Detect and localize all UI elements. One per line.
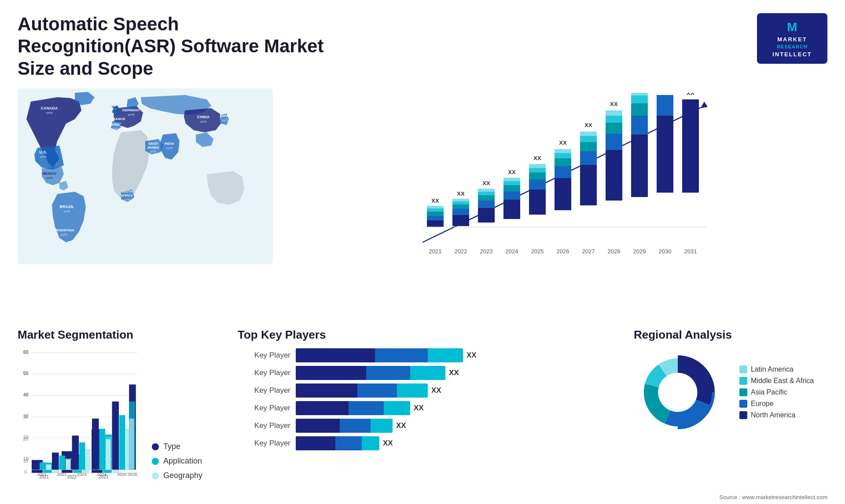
europe-label: Europe	[751, 400, 774, 408]
legend-geography: Geography	[152, 471, 202, 480]
legend-application: Application	[152, 457, 202, 466]
svg-rect-161	[112, 402, 119, 470]
svg-rect-50	[478, 201, 495, 208]
svg-rect-99	[657, 95, 673, 116]
player-row-2: Key Player XX	[238, 366, 616, 380]
svg-text:2029: 2029	[633, 248, 646, 255]
svg-rect-73	[555, 153, 571, 158]
bar-seg1	[296, 419, 340, 433]
svg-text:ITALY: ITALY	[124, 127, 133, 131]
svg-rect-95	[631, 93, 648, 95]
player-xx-2: XX	[449, 369, 459, 377]
player-bar-6	[296, 436, 379, 450]
svg-rect-45	[452, 201, 469, 205]
svg-text:60: 60	[23, 350, 29, 355]
svg-rect-74	[555, 149, 571, 153]
player-bar-wrap-1: XX	[296, 348, 616, 362]
donut-legend: Latin America Middle East & Africa Asia …	[739, 365, 814, 419]
svg-rect-72	[555, 158, 571, 166]
svg-text:xx%: xx%	[166, 146, 173, 150]
svg-rect-57	[503, 191, 520, 200]
svg-rect-43	[452, 209, 469, 215]
svg-text:2024: 2024	[506, 248, 518, 255]
middle-east-color	[739, 377, 747, 385]
player-row-6: Key Player XX	[238, 436, 616, 450]
bar-seg2	[375, 348, 428, 362]
player-bar-4	[296, 401, 410, 415]
svg-rect-56	[503, 200, 520, 219]
segmentation-section: Market Segmentation 60 50 40 30 20 10 0	[18, 328, 220, 491]
europe-color	[739, 400, 747, 408]
svg-rect-98	[657, 116, 673, 193]
svg-text:U.K.: U.K.	[112, 105, 119, 109]
bar-seg2	[349, 401, 384, 415]
svg-rect-60	[503, 178, 520, 181]
svg-rect-42	[452, 215, 469, 226]
svg-rect-67	[529, 164, 546, 168]
svg-text:2027: 2027	[582, 248, 595, 255]
svg-text:10: 10	[23, 456, 29, 461]
svg-text:2031: 2031	[684, 248, 697, 255]
svg-text:XX: XX	[457, 190, 465, 197]
svg-rect-149	[52, 453, 59, 470]
svg-rect-158	[99, 429, 105, 470]
player-label-6: Key Player	[238, 439, 290, 448]
svg-rect-52	[478, 192, 495, 195]
svg-rect-155	[86, 449, 91, 469]
svg-rect-147	[46, 464, 51, 470]
svg-text:xx%: xx%	[112, 109, 118, 113]
application-label: Application	[163, 457, 202, 466]
svg-rect-44	[452, 205, 469, 209]
svg-text:2026: 2026	[557, 248, 569, 255]
geography-dot	[152, 472, 159, 479]
svg-rect-84	[606, 150, 622, 201]
type-dot	[152, 443, 159, 450]
bar-seg2	[357, 383, 397, 398]
latin-america-label: Latin America	[751, 365, 794, 373]
svg-text:2026: 2026	[128, 472, 137, 477]
svg-text:xx%: xx%	[60, 233, 67, 237]
svg-text:ARGENTINA: ARGENTINA	[53, 228, 74, 232]
svg-rect-36	[427, 216, 444, 220]
legend-latin-america: Latin America	[739, 365, 814, 373]
svg-rect-70	[555, 178, 571, 210]
svg-text:SAUDI: SAUDI	[148, 142, 158, 145]
svg-text:xx%: xx%	[200, 120, 206, 124]
svg-text:XX: XX	[687, 93, 694, 96]
svg-text:xx%: xx%	[222, 118, 228, 122]
svg-rect-66	[529, 168, 546, 172]
legend-middle-east: Middle East & Africa	[739, 377, 814, 385]
type-label: Type	[163, 442, 180, 451]
regional-title: Regional Analysis	[634, 328, 827, 342]
player-row-5: Key Player XX	[238, 419, 616, 433]
svg-text:XX: XX	[431, 197, 439, 204]
page-title: Automatic Speech Recognition(ASR) Softwa…	[18, 13, 326, 80]
svg-rect-59	[503, 181, 520, 185]
svg-rect-49	[478, 208, 495, 223]
seg-chart-overlay: 60 50 40 30 20 10	[18, 348, 141, 480]
player-label-3: Key Player	[238, 386, 290, 395]
bar-seg1	[296, 348, 375, 362]
north-america-label: North America	[751, 411, 795, 419]
svg-text:SOUTH: SOUTH	[121, 190, 132, 193]
svg-marker-34	[701, 102, 708, 108]
svg-rect-162	[119, 415, 125, 470]
svg-rect-87	[606, 116, 622, 123]
player-label-1: Key Player	[238, 351, 290, 360]
player-label-4: Key Player	[238, 404, 290, 413]
svg-rect-38	[427, 208, 444, 212]
player-bar-3	[296, 383, 428, 398]
svg-rect-86	[606, 123, 622, 134]
bar-seg2	[335, 436, 362, 450]
svg-rect-77	[580, 165, 597, 205]
bar-seg2	[340, 419, 371, 433]
svg-text:xx%: xx%	[125, 131, 132, 135]
svg-rect-151	[66, 460, 71, 470]
map-section: CANADA xx% U.S. xx% MEXICO xx% BRAZIL xx…	[18, 88, 273, 273]
svg-text:2023: 2023	[480, 248, 493, 255]
latin-america-color	[739, 365, 747, 373]
player-xx-5: XX	[396, 421, 406, 430]
svg-rect-91	[631, 135, 648, 197]
player-bar-wrap-2: XX	[296, 366, 616, 380]
svg-rect-85	[606, 134, 622, 150]
